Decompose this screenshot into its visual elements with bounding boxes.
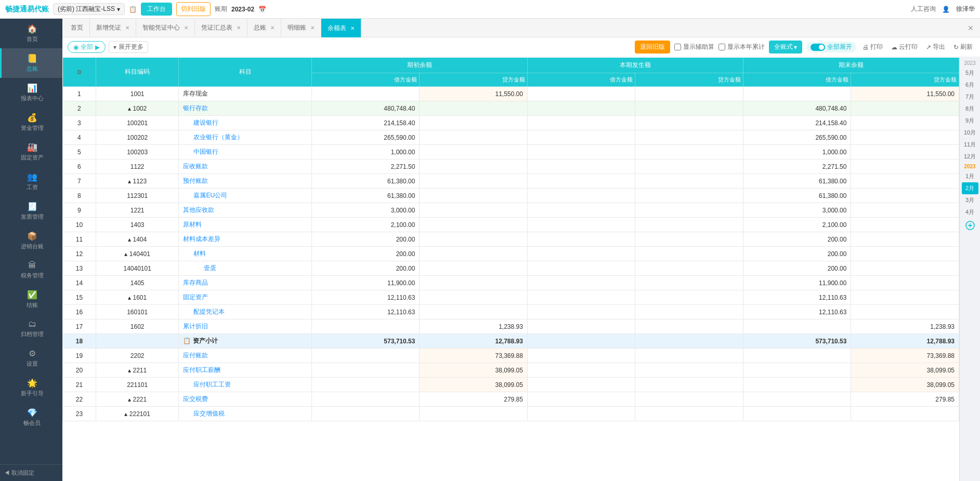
th-settings[interactable]: ⚙ [63, 58, 96, 87]
account-name[interactable]: 材料 [179, 247, 311, 261]
account-name-link[interactable]: 应付职工工资 [193, 381, 231, 388]
account-name-link[interactable]: 建设银行 [193, 119, 218, 126]
account-name-link[interactable]: 银行存款 [183, 104, 208, 112]
account-name[interactable]: 农业银行（黄金） [179, 130, 311, 145]
company-selector[interactable]: (劣前) 江西融宝-LSS ▾ [53, 3, 125, 15]
account-name[interactable]: 应收账款 [179, 159, 311, 174]
month-7[interactable]: 7月 [962, 91, 978, 103]
tab-ledger-main-close[interactable]: ✕ [270, 25, 275, 31]
sidebar-item-archive[interactable]: 🗂 归档管理 [0, 314, 62, 343]
tab-home[interactable]: 首页 [64, 19, 90, 37]
account-name-link[interactable]: 配提凭记本 [193, 308, 225, 315]
expand-all-toggle[interactable]: 全部展开 [806, 42, 856, 52]
account-name-link[interactable]: 原材料 [183, 221, 202, 228]
account-name[interactable]: 其他应收款 [179, 203, 311, 218]
account-name-link[interactable]: 中国银行 [193, 148, 218, 155]
tab-smart-voucher[interactable]: 智能凭证中心 ✕ [136, 19, 195, 37]
return-old-version-button[interactable]: 退回旧版 [635, 41, 670, 54]
sidebar-item-member[interactable]: 💎 畅会员 [0, 403, 62, 432]
sidebar-item-checkout[interactable]: ✅ 结账 [0, 285, 62, 314]
month-5[interactable]: 5月 [962, 67, 978, 79]
account-name[interactable]: 预付账款 [179, 174, 311, 189]
ytd-checkbox-input[interactable] [718, 44, 725, 50]
account-name[interactable]: 配提凭记本 [179, 305, 311, 319]
aux-checkbox-input[interactable] [674, 44, 681, 50]
account-name[interactable]: 材料成本差异 [179, 232, 311, 247]
month-11[interactable]: 11月 [962, 139, 978, 151]
account-name[interactable]: 建设银行 [179, 116, 311, 130]
tab-balance-sheet-close[interactable]: ✕ [350, 25, 355, 31]
account-name[interactable]: 原材料 [179, 218, 311, 232]
account-name-link[interactable]: 壹蛋 [204, 264, 216, 272]
tab-add-voucher-close[interactable]: ✕ [125, 25, 129, 31]
account-name[interactable]: 应付职工薪酬 [179, 363, 311, 378]
gear-icon[interactable]: ⚙ [76, 69, 82, 76]
sidebar-item-tax[interactable]: 🏛 税务管理 [0, 256, 62, 285]
tab-detail-ledger[interactable]: 明细账 ✕ [281, 19, 321, 37]
toggle-switch[interactable] [811, 44, 825, 51]
account-name[interactable]: 壹蛋 [179, 261, 311, 276]
tab-add-voucher[interactable]: 新增凭证 ✕ [90, 19, 136, 37]
sidebar-item-ledger[interactable]: 📒 总账 [0, 48, 62, 78]
month-12[interactable]: 12月 [962, 151, 978, 163]
account-name-link[interactable]: 应收账款 [183, 163, 208, 170]
month-1[interactable]: 1月 [962, 170, 978, 182]
sidebar-item-guide[interactable]: 🌟 新手引导 [0, 373, 62, 403]
sidebar-item-assets[interactable]: 🏭 固定资产 [0, 137, 62, 167]
cloud-print-button[interactable]: ☁ 云打印 [889, 42, 920, 52]
sidebar-item-settings[interactable]: ⚙ 设置 [0, 343, 62, 373]
account-name-link[interactable]: 应交税费 [183, 395, 208, 403]
filter-button[interactable]: ◉ 全部 ▶ [68, 41, 106, 53]
sidebar-item-home[interactable]: 🏠 首页 [0, 19, 62, 48]
sidebar-item-sales[interactable]: 📦 进销台账 [0, 226, 62, 256]
account-name-link[interactable]: 库存商品 [183, 279, 208, 286]
month-2[interactable]: 2月 [962, 182, 978, 194]
sidebar-bottom-pin[interactable]: ◀ 取消固定 [0, 464, 62, 481]
consultant-btn[interactable]: 人工咨询 [911, 5, 936, 14]
sidebar-item-salary[interactable]: 👥 工资 [0, 167, 62, 196]
month-8[interactable]: 8月 [962, 103, 978, 115]
close-all-tabs[interactable]: ✕ [963, 24, 978, 32]
account-name-link[interactable]: 预付账款 [183, 177, 208, 184]
calendar-icon[interactable]: 📅 [258, 6, 266, 13]
account-name[interactable]: 银行存款 [179, 101, 311, 116]
style-button[interactable]: 全账式 ▾ [769, 41, 802, 54]
month-4[interactable]: 4月 [962, 206, 978, 218]
tab-ledger-main[interactable]: 总账 ✕ [247, 19, 281, 37]
refresh-button[interactable]: ↻ 刷新 [951, 42, 975, 52]
account-name[interactable]: 累计折旧 [179, 319, 311, 334]
export-button[interactable]: ↗ 导出 [924, 42, 947, 52]
account-name-link[interactable]: 应付职工薪酬 [183, 366, 220, 373]
switch-version-button[interactable]: 切到旧版 [176, 2, 211, 16]
workbench-button[interactable]: 工作台 [141, 3, 172, 16]
account-name-link[interactable]: 应付账款 [183, 352, 208, 359]
month-9[interactable]: 9月 [962, 115, 978, 127]
account-name-link[interactable]: 累计折旧 [183, 323, 208, 330]
account-name[interactable]: 嘉属EU公司 [179, 189, 311, 203]
account-name-link[interactable]: 固定资产 [183, 293, 208, 301]
account-name-link[interactable]: 其他应收款 [183, 206, 214, 213]
show-ytd-checkbox[interactable]: 显示本年累计 [718, 43, 765, 51]
month-6[interactable]: 6月 [962, 79, 978, 91]
print-button[interactable]: 🖨 打印 [860, 42, 885, 52]
tab-detail-ledger-close[interactable]: ✕ [310, 25, 315, 31]
account-name[interactable]: 中国银行 [179, 145, 311, 159]
account-name-link[interactable]: 材料成本差异 [183, 235, 220, 243]
tab-voucher-summary[interactable]: 凭证汇总表 ✕ [195, 19, 247, 37]
account-name[interactable]: 应交增值税 [179, 407, 311, 421]
account-name-link[interactable]: 农业银行（黄金） [193, 133, 243, 141]
account-name[interactable]: 库存商品 [179, 276, 311, 290]
tab-smart-voucher-close[interactable]: ✕ [184, 25, 188, 31]
copy-icon[interactable]: 📋 [129, 6, 137, 13]
sidebar-item-reports[interactable]: 📊 报表中心 [0, 78, 62, 108]
account-name[interactable]: 应交税费 [179, 392, 311, 407]
month-10[interactable]: 10月 [962, 127, 978, 139]
account-name[interactable]: 固定资产 [179, 290, 311, 305]
account-name[interactable]: 应付账款 [179, 349, 311, 363]
account-name-link[interactable]: 材料 [193, 250, 206, 257]
sidebar-item-funds[interactable]: 💰 资金管理 [0, 108, 62, 137]
expand-button[interactable]: ▾ 展开更多 [109, 41, 148, 53]
tab-balance-sheet[interactable]: 余额表 ✕ [321, 19, 361, 37]
add-period-icon[interactable] [965, 220, 975, 232]
account-name-link[interactable]: 嘉属EU公司 [193, 192, 227, 199]
